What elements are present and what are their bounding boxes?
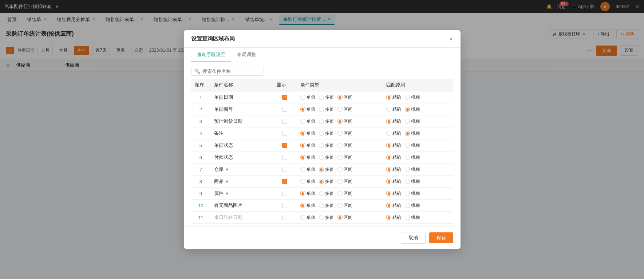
search-input-wrap: 🔍	[191, 67, 264, 72]
search-icon: 🔍	[194, 68, 200, 72]
overlay: 设置查询区域布局 × 查询字段设置 布局调整 🔍 顺序	[0, 0, 644, 72]
modal-title: 设置查询区域布局	[191, 35, 235, 42]
modal-close-button[interactable]: ×	[449, 36, 453, 42]
modal-dialog: 设置查询区域布局 × 查询字段设置 布局调整 🔍 顺序	[184, 30, 461, 72]
modal-tabs: 查询字段设置 布局调整	[184, 48, 461, 62]
tab-field-settings[interactable]: 查询字段设置	[191, 48, 231, 62]
search-area: 🔍	[184, 62, 461, 72]
search-input[interactable]	[202, 68, 261, 72]
modal-header: 设置查询区域布局 ×	[184, 30, 461, 48]
tab-layout-adjust[interactable]: 布局调整	[231, 48, 262, 62]
